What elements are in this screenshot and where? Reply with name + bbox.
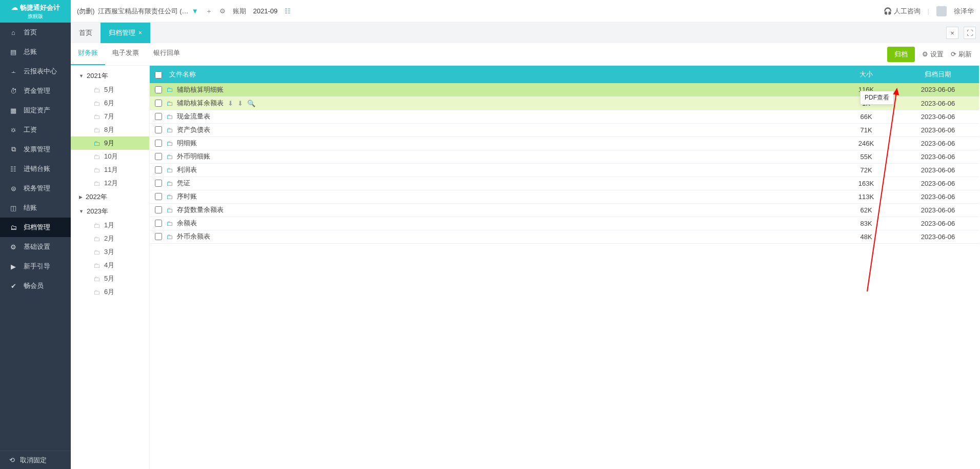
sidebar-item-6[interactable]: ⧉发票管理 [0, 140, 71, 159]
select-all-checkbox[interactable] [155, 71, 162, 79]
tree-month-0-3[interactable]: 🗀8月 [71, 123, 149, 136]
page-tab-0[interactable]: 首页 [71, 23, 101, 43]
table-row[interactable]: 🗀利润表72K2023-06-06 [150, 163, 979, 177]
sidebar-item-8[interactable]: ⊜税务管理 [0, 179, 71, 198]
file-size: 66K [835, 110, 897, 123]
file-table: 文件名称 大小 归档日期 🗀辅助核算明细账116K2023-06-06🗀辅助核算… [150, 66, 979, 244]
sidebar-item-0[interactable]: ⌂首页 [0, 23, 71, 42]
sidebar-unpin[interactable]: ⟲ 取消固定 [0, 451, 71, 469]
chevron-down-icon: ▼ [79, 73, 84, 79]
file-icon: 🗀 [166, 153, 173, 161]
tree-month-0-0[interactable]: 🗀5月 [71, 83, 149, 96]
tree-year-0[interactable]: ▼2021年 [71, 69, 149, 83]
tree-month-2-2[interactable]: 🗀3月 [71, 245, 149, 259]
file-date: 2023-06-06 [897, 230, 979, 243]
report-icon: ⫠ [9, 68, 17, 75]
sidebar-item-7[interactable]: ☷进销台账 [0, 159, 71, 179]
file-icon: 🗀 [166, 113, 173, 121]
file-size: 71K [835, 123, 897, 136]
inner-tab-1[interactable]: 电子发票 [105, 43, 146, 65]
sidebar-item-4[interactable]: ▦固定资产 [0, 101, 71, 120]
add-button[interactable]: ＋ [206, 7, 212, 16]
consult-link[interactable]: 🎧 人工咨询 [884, 7, 921, 16]
tree-year-2[interactable]: ▼2023年 [71, 204, 149, 219]
row-checkbox[interactable] [155, 180, 162, 187]
row-checkbox[interactable] [155, 206, 162, 213]
row-checkbox[interactable] [155, 220, 162, 227]
toolbar-refresh[interactable]: ⟳ 刷新 [951, 50, 972, 59]
row-checkbox[interactable] [155, 113, 162, 120]
row-checkbox[interactable] [155, 153, 162, 160]
table-row[interactable]: 🗀资产负债表71K2023-06-06 [150, 123, 979, 136]
row-checkbox[interactable] [155, 233, 162, 240]
row-checkbox[interactable] [155, 126, 162, 133]
chevron-right-icon: ▶ [79, 194, 83, 200]
calendar-icon[interactable]: ☷ [285, 7, 291, 15]
avatar-icon[interactable] [936, 6, 947, 16]
settings-icon[interactable]: ⚙ [219, 7, 226, 15]
row-checkbox[interactable] [155, 193, 162, 200]
user-name[interactable]: 徐泽华 [954, 7, 974, 16]
tree-month-0-1[interactable]: 🗀6月 [71, 96, 149, 110]
page-tab-1[interactable]: 归档管理× [101, 23, 150, 43]
brand-logo[interactable]: ☁畅捷通好会计 旗舰版 [0, 0, 71, 23]
sidebar-item-3[interactable]: ⏱资金管理 [0, 81, 71, 101]
table-row[interactable]: 🗀余额表83K2023-06-06 [150, 217, 979, 230]
col-name[interactable]: 文件名称 [150, 66, 835, 83]
tree-month-0-2[interactable]: 🗀7月 [71, 110, 149, 123]
tree-month-2-5[interactable]: 🗀6月 [71, 285, 149, 299]
sidebar-item-9[interactable]: ◫结账 [0, 198, 71, 218]
col-size[interactable]: 大小 [835, 66, 897, 83]
pdf-download-icon[interactable]: ⬇ [237, 100, 243, 107]
sidebar-item-11[interactable]: ⚙基础设置 [0, 237, 71, 257]
col-date[interactable]: 归档日期 [897, 66, 979, 83]
fullscreen-button[interactable]: ⛶ [964, 27, 976, 39]
toolbar-settings[interactable]: ⚙ 设置 [922, 50, 944, 59]
file-name: 外币余额表 [177, 232, 210, 241]
row-checkbox[interactable] [155, 166, 162, 173]
inner-tab-2[interactable]: 银行回单 [146, 43, 187, 65]
tree-month-0-7[interactable]: 🗀12月 [71, 177, 149, 190]
row-checkbox[interactable] [155, 140, 162, 147]
tree-month-0-4[interactable]: 🗀9月 [71, 136, 149, 150]
file-date: 2023-06-06 [897, 163, 979, 177]
table-row[interactable]: 🗀辅助核算明细账116K2023-06-06 [150, 83, 979, 96]
period-value[interactable]: 2021-09 [253, 7, 278, 15]
xls-download-icon[interactable]: ⬇ [228, 100, 233, 107]
close-tab-button[interactable]: × [946, 27, 958, 39]
table-row[interactable]: 🗀现金流量表66K2023-06-06 [150, 110, 979, 123]
tree-year-1[interactable]: ▶2022年 [71, 190, 149, 204]
sidebar-item-1[interactable]: ▤总账 [0, 42, 71, 62]
tree-month-2-0[interactable]: 🗀1月 [71, 219, 149, 232]
file-date: 2023-06-06 [897, 110, 979, 123]
sidebar-item-2[interactable]: ⫠云报表中心 [0, 62, 71, 81]
tree-month-0-5[interactable]: 🗀10月 [71, 150, 149, 163]
folder-icon: 🗀 [93, 222, 100, 229]
tree-month-2-4[interactable]: 🗀5月 [71, 272, 149, 285]
table-row[interactable]: 🗀外币明细账55K2023-06-06 [150, 150, 979, 163]
tree-month-2-3[interactable]: 🗀4月 [71, 259, 149, 272]
tab-close-icon[interactable]: × [138, 29, 142, 36]
table-row[interactable]: 🗀明细账246K2023-06-06 [150, 136, 979, 150]
table-row[interactable]: 🗀序时账113K2023-06-06 [150, 190, 979, 203]
row-checkbox[interactable] [155, 86, 162, 93]
member-icon: ✔ [9, 282, 17, 290]
table-row[interactable]: 🗀存货数量余额表62K2023-06-06 [150, 203, 979, 217]
sidebar-item-5[interactable]: ⛭工资 [0, 120, 71, 140]
table-row[interactable]: 🗀凭证163K2023-06-06 [150, 177, 979, 190]
pdf-view-icon[interactable]: 🔍 [247, 100, 255, 107]
folder-icon: 🗀 [93, 275, 100, 283]
file-date: 2023-06-06 [897, 123, 979, 136]
company-selector[interactable]: (勿删) 江西服宝精品有限责任公司 (… ▼ [77, 7, 198, 16]
tree-month-2-1[interactable]: 🗀2月 [71, 232, 149, 245]
file-icon: 🗀 [166, 206, 173, 214]
inner-tab-0[interactable]: 财务账 [71, 43, 105, 65]
archive-button[interactable]: 归档 [887, 47, 915, 62]
sidebar-item-12[interactable]: ▶新手引导 [0, 257, 71, 276]
tree-month-0-6[interactable]: 🗀11月 [71, 163, 149, 177]
table-row[interactable]: 🗀外币余额表48K2023-06-06 [150, 230, 979, 243]
sidebar-item-13[interactable]: ✔畅会员 [0, 276, 71, 296]
sidebar-item-10[interactable]: 🗂归档管理 [0, 218, 71, 237]
row-checkbox[interactable] [155, 100, 162, 107]
table-row[interactable]: 🗀辅助核算余额表⬇⬇🔍1K2023-06-06 [150, 96, 979, 110]
